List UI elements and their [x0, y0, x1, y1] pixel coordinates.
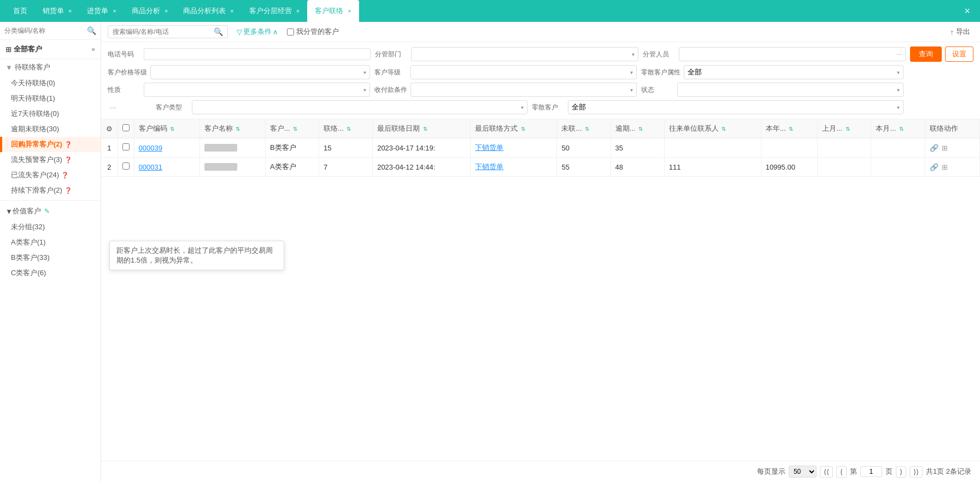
nav-sales-order[interactable]: 销货单 × [35, 0, 79, 22]
th-code[interactable]: 客户编码 ⇅ [134, 119, 199, 138]
status-select[interactable]: ▾ [677, 83, 903, 97]
row1-last-contact-method: 下销货单 [471, 138, 557, 158]
row1-code[interactable]: 000039 [134, 138, 199, 158]
row1-link-icon[interactable]: 🔗 [930, 144, 938, 152]
th-this-month[interactable]: 本月... ⇅ [871, 119, 925, 138]
nav-customer-contact[interactable]: 客户联络 × [307, 0, 359, 22]
search-input[interactable] [113, 28, 212, 36]
last-page-button[interactable]: ⟩⟩ [909, 466, 923, 478]
abnormal-repurchase-item[interactable]: 回购异常客户(2) ❓ [0, 137, 101, 152]
next-page-button[interactable]: ⟩ [896, 466, 906, 478]
value-customers-group-title[interactable]: ▼ 价值客户 ✎ [0, 203, 101, 219]
nature-select[interactable]: ▾ [144, 83, 370, 97]
select-all-checkbox[interactable] [122, 124, 130, 131]
close-customer-tier-icon[interactable]: × [296, 8, 300, 14]
th-action: 联络动作 [925, 119, 979, 138]
my-customers-checkbox[interactable] [287, 28, 294, 36]
all-customers-section[interactable]: ⊞ 全部客户 » [0, 40, 101, 59]
nav-purchase-order[interactable]: 进货单 × [79, 0, 124, 22]
method-sort-icon: ⇅ [521, 126, 525, 132]
sidebar: 🔍 ⊞ 全部客户 » ▼ 待联络客户 今天待联络(0) 明天待联络(1) 近7天… [0, 22, 101, 482]
customer-level-field: 客户等级 ▾ [374, 65, 637, 79]
class-c-item[interactable]: C类客户(6) [0, 265, 101, 281]
row2-last-contact-date: 2023-04-12 14:44: [373, 158, 471, 177]
sidebar-search-icon[interactable]: 🔍 [87, 26, 96, 35]
close-product-analysis-icon[interactable]: × [165, 8, 168, 14]
pending-7days-item[interactable]: 近7天待联络(0) [0, 106, 101, 121]
row2-checkbox[interactable] [122, 162, 130, 170]
search-icon[interactable]: 🔍 [214, 27, 223, 36]
th-not-contacted[interactable]: 未联... ⇅ [557, 119, 611, 138]
scattered-customer-select[interactable]: 全部 ▾ [568, 100, 903, 114]
th-overdue[interactable]: 逾期... ⇅ [611, 119, 664, 138]
nav-product-analysis-list[interactable]: 商品分析列表 × [175, 0, 241, 22]
dept-select[interactable]: ▾ [411, 47, 638, 61]
th-last-contact-method[interactable]: 最后联络方式 ⇅ [471, 119, 557, 138]
sidebar-collapse-icon[interactable]: » [91, 45, 95, 53]
query-button[interactable]: 查询 [910, 47, 942, 62]
close-product-analysis-list-icon[interactable]: × [230, 8, 233, 14]
window-close-button[interactable]: × [960, 5, 975, 17]
nav-product-analysis[interactable]: 商品分析 × [124, 0, 175, 22]
class-b-item[interactable]: B类客户(33) [0, 250, 101, 265]
row2-last-contact-method: 下销货单 [471, 158, 557, 177]
payment-select[interactable]: ▾ [410, 83, 637, 97]
customer-type-select[interactable]: ▾ [192, 100, 527, 114]
customer-level-select[interactable]: ▾ [410, 65, 637, 79]
phone-label: 电话号码 [108, 50, 140, 59]
payment-chevron-icon: ▾ [630, 87, 633, 93]
prev-page-button[interactable]: ⟨ [836, 466, 847, 478]
chevron-up-icon: ∧ [273, 28, 278, 36]
pending-tomorrow-item[interactable]: 明天待联络(1) [0, 91, 101, 106]
close-purchase-order-icon[interactable]: × [113, 8, 116, 14]
row1-actions: 🔗 ⊞ [925, 138, 979, 158]
code-sort-icon: ⇅ [170, 126, 174, 132]
adv-filter-row-2: 客户价格等级 ▾ 客户等级 ▾ 零散客户属性 全部 [108, 65, 973, 79]
already-lost-item[interactable]: 已流失客户(24) ❓ [0, 167, 101, 183]
th-this-year[interactable]: 本年... ⇅ [761, 119, 818, 138]
declining-item[interactable]: 持续下滑客户(2) ❓ [0, 183, 101, 198]
per-page-select[interactable]: 50 20 100 [789, 466, 817, 478]
pending-contact-group-title[interactable]: ▼ 待联络客户 [0, 59, 101, 76]
nav-home[interactable]: 首页 [5, 0, 35, 22]
more-conditions-btn[interactable]: ▽ 更多条件 ∧ [233, 25, 281, 38]
price-level-select[interactable]: ▾ [150, 65, 370, 79]
row2-code[interactable]: 000031 [134, 158, 199, 177]
more-dots-icon[interactable]: ··· [108, 103, 119, 112]
phone-field: 电话号码 [108, 48, 371, 60]
phone-input[interactable] [144, 48, 371, 60]
th-customer-type[interactable]: 客户... ⇅ [265, 119, 319, 138]
row2-name [199, 158, 265, 177]
close-customer-contact-icon[interactable]: × [348, 8, 351, 14]
class-a-item[interactable]: A类客户(1) [0, 235, 101, 250]
row1-checkbox[interactable] [122, 143, 130, 150]
dept-field: 分管部门 ▾ [375, 47, 638, 61]
row2-link-icon[interactable]: 🔗 [930, 163, 938, 171]
lost-warning-item[interactable]: 流失预警客户(3) ❓ [0, 152, 101, 167]
row1-qr-icon[interactable]: ⊞ [942, 144, 948, 152]
ungrouped-item[interactable]: 未分组(32) [0, 219, 101, 235]
row2-qr-icon[interactable]: ⊞ [942, 163, 948, 171]
value-group-edit-icon[interactable]: ✎ [44, 207, 50, 215]
scattered-attr-select[interactable]: 全部 ▾ [684, 65, 903, 79]
first-page-button[interactable]: ⟨⟨ [820, 466, 833, 478]
settings-button[interactable]: 设置 [945, 47, 973, 62]
page-input[interactable] [860, 466, 882, 477]
sidebar-search-input[interactable] [4, 27, 87, 34]
pending-overdue-item[interactable]: 逾期未联络(30) [0, 121, 101, 137]
th-related-person[interactable]: 往来单位联系人 ⇅ [664, 119, 761, 138]
export-button[interactable]: ↑ 导出 [947, 25, 974, 38]
th-checkbox[interactable] [118, 119, 134, 138]
th-contacts[interactable]: 联络... ⇅ [319, 119, 373, 138]
pending-today-item[interactable]: 今天待联络(0) [0, 76, 101, 91]
payment-field: 收付款条件 ▾ [374, 83, 637, 97]
customer-type-field: 客户类型 ▾ [156, 100, 527, 114]
th-last-contact-date[interactable]: 最后联络日期 ⇅ [373, 119, 471, 138]
manager-select[interactable]: ··· [679, 47, 906, 61]
th-settings[interactable]: ⚙ [101, 119, 118, 138]
pending-contact-group: ▼ 待联络客户 今天待联络(0) 明天待联络(1) 近7天待联络(0) 逾期未联… [0, 59, 101, 137]
close-sales-order-icon[interactable]: × [68, 8, 72, 14]
th-last-month[interactable]: 上月... ⇅ [818, 119, 871, 138]
nav-customer-tier[interactable]: 客户分层经营 × [242, 0, 307, 22]
th-name[interactable]: 客户名称 ⇅ [199, 119, 265, 138]
